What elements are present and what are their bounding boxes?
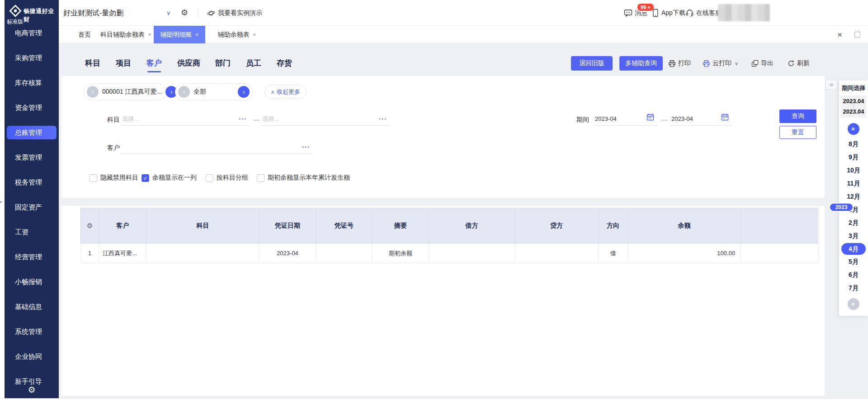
sidebar-item-basic-info[interactable]: 基础信息 xyxy=(5,300,59,314)
month-oct[interactable]: 10月 xyxy=(839,164,868,177)
sidebar-item-tax[interactable]: 税务管理 xyxy=(5,176,59,189)
app-download-button[interactable]: App下载 xyxy=(652,0,685,26)
prev-icon[interactable]: ‹ xyxy=(87,86,99,98)
refresh-button[interactable]: 刷新 xyxy=(788,56,810,71)
panel-expander-icon[interactable]: » xyxy=(826,80,837,90)
col-credit[interactable]: 贷方 xyxy=(515,208,599,243)
subject-to-more-icon[interactable]: ··· xyxy=(379,115,387,123)
demo-link[interactable]: 我要看实例演示 xyxy=(207,0,262,26)
sidebar-item-system[interactable]: 系统管理 xyxy=(5,325,59,338)
col-subject[interactable]: 科目 xyxy=(146,208,259,243)
user-account-blurred[interactable] xyxy=(718,4,770,21)
sidebar-item-inventory-accounting[interactable]: 库存核算 xyxy=(5,76,59,90)
period-range-from[interactable]: 2023.04 xyxy=(840,98,867,105)
subtab-project[interactable]: 项目 xyxy=(116,58,131,68)
subject-from-select[interactable] xyxy=(120,112,250,126)
tab-aux-balance[interactable]: 辅助余额表× xyxy=(214,26,259,43)
reset-button[interactable]: 重置 xyxy=(779,126,816,139)
period-range-to[interactable]: 2023.04 xyxy=(840,108,867,115)
aux-item-pager[interactable]: ‹ 000001 江西真可爱... › xyxy=(84,83,167,100)
sidebar-item-ecommerce[interactable]: 电商管理 xyxy=(5,26,59,40)
month-may[interactable]: 5月 xyxy=(839,255,868,268)
export-button[interactable]: 导出 xyxy=(751,56,774,71)
month-sep[interactable]: 9月 xyxy=(839,151,868,164)
month-jun[interactable]: 6月 xyxy=(839,268,868,281)
close-icon[interactable]: × xyxy=(253,31,256,38)
col-direction[interactable]: 方向 xyxy=(599,208,628,243)
aux-scope-pager[interactable]: ‹ 全部 › xyxy=(175,83,253,100)
tab-home[interactable]: 首页 xyxy=(71,26,98,43)
sidebar-settings-gear-icon[interactable]: ⚙ xyxy=(5,385,59,395)
col-voucher-no[interactable]: 凭证号 xyxy=(316,208,373,243)
col-debit[interactable]: 借方 xyxy=(429,208,515,243)
account-set-selector[interactable]: 好业财测试-量勿删 xyxy=(63,0,123,26)
month-feb[interactable]: 2月 xyxy=(839,216,868,229)
fullscreen-icon[interactable] xyxy=(854,32,860,38)
col-customer[interactable]: 客户 xyxy=(99,208,146,243)
support-button[interactable]: 在线客服 xyxy=(685,0,722,26)
subtab-department[interactable]: 部门 xyxy=(215,58,231,68)
sidebar-item-operations[interactable]: 经营管理 xyxy=(5,250,59,264)
close-all-icon[interactable]: × xyxy=(837,26,842,43)
subtab-subject[interactable]: 科目 xyxy=(85,58,100,68)
print-label: 打印 xyxy=(678,59,691,67)
checkbox-box-checked[interactable]: ✓ xyxy=(142,174,149,182)
sidebar-item-funds[interactable]: 资金管理 xyxy=(5,101,59,114)
cloud-print-button[interactable]: 云打印 ∨ xyxy=(703,56,738,71)
sidebar-expand-icon[interactable]: ▸ xyxy=(0,199,2,204)
checkbox-hide-disabled-subjects[interactable]: 隐藏禁用科目 xyxy=(90,174,138,182)
checkbox-box[interactable] xyxy=(257,174,264,182)
checkbox-box[interactable] xyxy=(206,174,213,182)
month-dec[interactable]: 12月 xyxy=(839,190,868,203)
scroll-months-down-button[interactable]: » xyxy=(848,298,859,310)
gear-icon[interactable]: ⚙ xyxy=(181,0,188,26)
scroll-months-up-button[interactable]: « xyxy=(848,123,859,135)
subtab-employee[interactable]: 员工 xyxy=(246,58,261,68)
customer-select[interactable] xyxy=(120,140,313,154)
subject-to-select[interactable] xyxy=(260,112,390,126)
subtab-inventory[interactable]: 存货 xyxy=(277,58,292,68)
tab-subject-aux-balance[interactable]: 科目辅助余额表× xyxy=(100,26,151,43)
month-nov[interactable]: 11月 xyxy=(839,177,868,190)
month-jul[interactable]: 7月 xyxy=(839,281,868,295)
calendar-icon[interactable] xyxy=(721,113,729,121)
print-button[interactable]: 打印 xyxy=(668,56,691,71)
month-aug[interactable]: 8月 xyxy=(839,138,868,151)
subtab-customer[interactable]: 客户 xyxy=(146,58,162,68)
col-balance[interactable]: 余额 xyxy=(628,208,741,243)
back-to-old-version-button[interactable]: 退回旧版 xyxy=(571,56,613,71)
query-button[interactable]: 查询 xyxy=(779,110,816,123)
tab-aux-detail-ledger[interactable]: 辅助明细账× xyxy=(154,26,205,43)
cell-row-index: 1 xyxy=(81,243,99,263)
next-icon[interactable]: › xyxy=(238,86,250,98)
col-summary[interactable]: 摘要 xyxy=(373,208,429,243)
aux-scope-value: 全部 xyxy=(193,88,234,96)
checkbox-opening-balance-ytd[interactable]: 期初余额显示本年累计发生额 xyxy=(257,174,350,182)
close-icon[interactable]: × xyxy=(195,31,199,38)
chevron-down-icon[interactable]: ∨ xyxy=(166,0,171,26)
collapse-more-toggle[interactable]: ∧ 收起更多 xyxy=(264,85,307,99)
sidebar-item-expense[interactable]: 小畅报销 xyxy=(5,275,59,289)
close-icon[interactable]: × xyxy=(148,31,151,38)
checkbox-balance-single-column[interactable]: ✓ 余额显示在一列 xyxy=(142,174,197,182)
month-mar[interactable]: 3月 xyxy=(839,229,868,243)
checkbox-group-by-subject[interactable]: 按科目分组 xyxy=(206,174,248,182)
sidebar-item-collaboration[interactable]: 企业协同 xyxy=(5,350,59,363)
sidebar-item-fixed-assets[interactable]: 固定资产 xyxy=(5,200,59,214)
subject-from-more-icon[interactable]: ··· xyxy=(239,115,247,123)
multi-aux-query-button[interactable]: 多辅助查询 xyxy=(619,56,663,71)
prev-icon[interactable]: ‹ xyxy=(178,86,190,98)
sidebar-item-payroll[interactable]: 工资 xyxy=(5,225,59,239)
month-apr-active[interactable]: 4月 xyxy=(841,243,866,255)
col-voucher-date[interactable]: 凭证日期 xyxy=(259,208,316,243)
checkbox-box[interactable] xyxy=(90,174,97,182)
subtab-supplier[interactable]: 供应商 xyxy=(177,58,200,68)
sidebar-item-general-ledger[interactable]: 总账管理 xyxy=(7,126,57,139)
column-settings-gear-icon[interactable]: ⚙ xyxy=(87,222,93,229)
sidebar-item-invoice[interactable]: 发票管理 xyxy=(5,151,59,164)
sidebar-item-purchasing[interactable]: 采购管理 xyxy=(5,51,59,65)
customer-more-icon[interactable]: ··· xyxy=(302,143,310,151)
horizontal-scrollbar-track[interactable] xyxy=(0,398,868,405)
calendar-icon[interactable] xyxy=(646,113,654,121)
table-row[interactable]: 1 江西真可爱... 2023-04 期初余额 借 100.00 xyxy=(81,243,818,263)
